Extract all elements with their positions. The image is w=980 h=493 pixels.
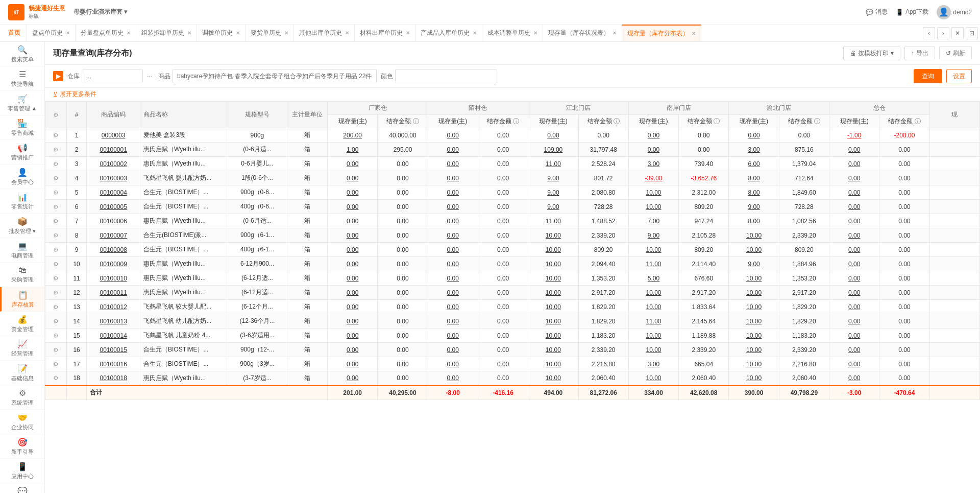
row-gear[interactable]: ⚙ [45, 185, 67, 200]
warehouse-input[interactable] [82, 69, 143, 83]
info-icon-3[interactable]: i [614, 118, 620, 124]
row-gear-icon[interactable]: ⚙ [53, 175, 59, 182]
changjia-cur-link[interactable]: 0.00 [347, 289, 358, 296]
row-gear[interactable]: ⚙ [45, 286, 67, 300]
row-gear-icon[interactable]: ⚙ [53, 275, 59, 282]
mucun-cur-link[interactable]: 0.00 [447, 160, 459, 168]
mucun-cur-link[interactable]: 0.00 [447, 261, 459, 268]
mucun-cur-link[interactable]: 0.00 [447, 289, 459, 296]
refresh-btn[interactable]: ↺ 刷新 [939, 46, 972, 60]
yubei-cur-link[interactable]: 8.00 [748, 175, 760, 182]
row-gear[interactable]: ⚙ [45, 300, 67, 314]
yubei-cur-link[interactable]: 8.00 [748, 218, 760, 225]
mucun-cur-link[interactable]: 0.00 [447, 332, 459, 339]
row-gear-icon[interactable]: ⚙ [53, 361, 59, 368]
close-chengpinru[interactable]: ✕ [473, 30, 477, 36]
nanan-cur-link[interactable]: 10.00 [646, 246, 661, 253]
changjia-cur-link[interactable]: 0.00 [347, 318, 358, 325]
query-btn[interactable]: 查询 [914, 69, 942, 83]
sidebar-item-wechat[interactable]: 💬 企业微信 [0, 483, 44, 493]
tab-fenpandian[interactable]: 分量盘点单历史 ✕ [76, 25, 136, 42]
tab-close-btn[interactable]: ✕ [951, 27, 964, 39]
close-zuzhang[interactable]: ✕ [187, 30, 191, 36]
info-icon-4[interactable]: i [714, 118, 720, 124]
tab-kucun-dist[interactable]: 现存量（库存分布表）✕ [622, 25, 701, 42]
expand-conditions-btn[interactable]: ⊻ 展开更多条件 [53, 90, 96, 99]
row-code-link[interactable]: 0000003 [102, 132, 126, 139]
total-cur-link[interactable]: 0.00 [848, 160, 860, 168]
row-code-link[interactable]: 00100016 [100, 361, 127, 368]
org-selector[interactable]: 母婴行业演示库套 ▾ [74, 8, 127, 16]
row-gear[interactable]: ⚙ [45, 214, 67, 228]
jiangbei-cur-link[interactable]: 9.00 [547, 175, 559, 182]
info-icon-5[interactable]: i [814, 118, 820, 124]
jiangbei-cur-link[interactable]: 10.00 [546, 332, 561, 339]
sidebar-item-enterprise[interactable]: 🤝 企业协同 [0, 410, 44, 434]
row-code-link[interactable]: 00100012 [100, 303, 127, 311]
row-code-link[interactable]: 00100004 [100, 189, 127, 196]
row-gear-icon[interactable]: ⚙ [53, 132, 59, 139]
row-code-link[interactable]: 00100011 [100, 289, 127, 296]
mucun-cur-link[interactable]: 0.00 [447, 318, 459, 325]
total-cur-link[interactable]: 0.00 [848, 346, 860, 354]
info-icon-6[interactable]: i [915, 118, 921, 124]
changjia-cur-link[interactable]: 0.00 [347, 374, 358, 382]
sidebar-item-search[interactable]: 🔍 搜索英单 [0, 42, 44, 66]
tab-next-btn[interactable]: › [937, 27, 949, 39]
changjia-cur-link[interactable]: 1.00 [347, 146, 358, 153]
mucun-cur-link[interactable]: 0.00 [447, 175, 459, 182]
nanan-cur-link[interactable]: 0.00 [648, 146, 659, 153]
nanan-cur-link[interactable]: 3.00 [648, 361, 659, 368]
close-cailiaochu[interactable]: ✕ [406, 30, 410, 36]
sidebar-item-base-info[interactable]: 📝 基础信息 [0, 361, 44, 385]
row-code-link[interactable]: 00100006 [100, 218, 127, 225]
total-cur-link[interactable]: 0.00 [848, 203, 860, 210]
total-cur-link[interactable]: 0.00 [848, 261, 860, 268]
mucun-cur-link[interactable]: 0.00 [447, 146, 459, 153]
jiangbei-cur-link[interactable]: 9.00 [547, 203, 559, 210]
sidebar-item-retail-shop[interactable]: 🏪 零售商城 [0, 115, 44, 140]
row-gear[interactable]: ⚙ [45, 200, 67, 214]
jiangbei-cur-link[interactable]: 10.00 [546, 303, 561, 311]
sidebar-item-finance[interactable]: 💰 资金管理 [0, 312, 44, 336]
sidebar-item-ecommerce[interactable]: 💻 电商管理 [0, 238, 44, 263]
close-fenpandian[interactable]: ✕ [127, 30, 131, 36]
row-gear-icon[interactable]: ⚙ [53, 160, 59, 168]
changjia-cur-link[interactable]: 0.00 [347, 246, 358, 253]
user-menu[interactable]: 👤 demo2 [937, 5, 972, 19]
total-cur-link[interactable]: 0.00 [848, 146, 860, 153]
row-gear[interactable]: ⚙ [45, 257, 67, 271]
mucun-cur-link[interactable]: 0.00 [447, 374, 459, 382]
row-code-link[interactable]: 00100002 [100, 160, 127, 168]
row-gear[interactable]: ⚙ [45, 357, 67, 371]
row-gear-icon[interactable]: ⚙ [53, 346, 59, 354]
nanan-cur-link[interactable]: 10.00 [646, 346, 661, 354]
close-chenben[interactable]: ✕ [533, 30, 537, 36]
row-code-link[interactable]: 00100003 [100, 175, 127, 182]
jiangbei-cur-link[interactable]: 9.00 [547, 189, 559, 196]
mucun-cur-link[interactable]: 0.00 [447, 246, 459, 253]
changjia-cur-link[interactable]: 0.00 [347, 175, 358, 182]
table-area[interactable]: ⚙ # 商品编码 商品名称 规格型号 主计量单位 厂家仓 陌村仓 江北门店 南岸… [45, 101, 980, 493]
yubei-cur-link[interactable]: 10.00 [746, 361, 762, 368]
total-cur-link[interactable]: 0.00 [848, 332, 860, 339]
jiangbei-cur-link[interactable]: 0.00 [547, 132, 559, 139]
row-gear-icon[interactable]: ⚙ [53, 146, 59, 153]
nanan-cur-link[interactable]: 10.00 [646, 189, 661, 196]
row-gear[interactable]: ⚙ [45, 314, 67, 328]
sidebar-item-guide[interactable]: 🎯 新手引导 [0, 434, 44, 459]
jiangbei-cur-link[interactable]: 10.00 [546, 289, 561, 296]
nanan-cur-link[interactable]: 11.00 [646, 318, 661, 325]
tab-yaohuo[interactable]: 要货单历史 ✕ [246, 25, 294, 42]
yubei-cur-link[interactable]: 10.00 [746, 275, 762, 282]
sidebar-item-marketing[interactable]: 📢 营销推广 [0, 140, 44, 165]
total-cur-link[interactable]: 0.00 [848, 303, 860, 311]
total-cur-link[interactable]: 0.00 [848, 189, 860, 196]
row-gear-icon[interactable]: ⚙ [53, 203, 59, 210]
row-gear[interactable]: ⚙ [45, 343, 67, 357]
row-gear-icon[interactable]: ⚙ [53, 374, 59, 382]
messages-btn[interactable]: 💬 消息 [866, 8, 888, 16]
yubei-cur-link[interactable]: 10.00 [746, 346, 762, 354]
row-gear[interactable]: ⚙ [45, 371, 67, 386]
row-code-link[interactable]: 00100008 [100, 246, 127, 253]
